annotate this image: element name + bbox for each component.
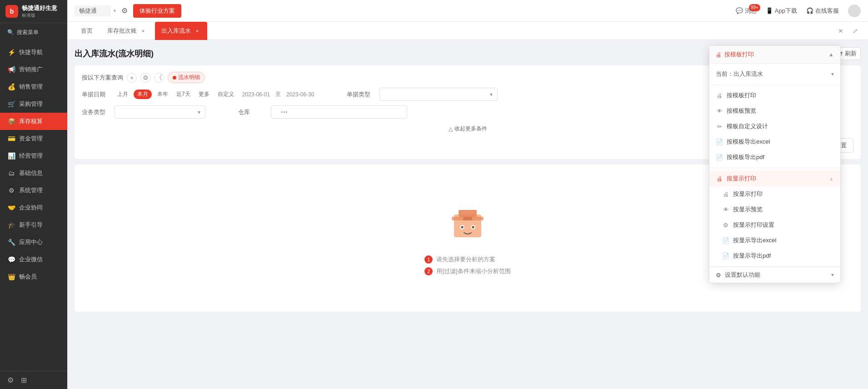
close-inventory-batch-tab[interactable]: × — [140, 27, 147, 35]
tab-home[interactable]: 首页 — [75, 22, 99, 40]
message-icon: 💬 — [736, 7, 743, 14]
warehouse-dropdown[interactable] — [271, 105, 407, 119]
dropdown-display-pdf[interactable]: 📄 按显示导出pdf — [709, 248, 840, 264]
tab-stock-flow[interactable]: 出入库流水 × — [155, 22, 207, 40]
shortcut-7-days[interactable]: 近7天 — [174, 90, 193, 99]
dropdown-display-excel[interactable]: 📄 按显示导出excel — [709, 233, 840, 248]
dropdown-display-print[interactable]: 🖨 按显示打印 — [709, 186, 840, 202]
dropdown-template-excel[interactable]: 📄 按模板导出excel — [709, 134, 840, 150]
shortcut-this-month[interactable]: 本月 — [134, 90, 152, 99]
sidebar-item-wechat[interactable]: 💬 企业微信 — [0, 251, 67, 268]
doc-type-dropdown[interactable]: ▾ — [379, 88, 498, 101]
message-badge: 99+ — [749, 4, 760, 11]
sidebar-item-marketing[interactable]: 📢 营销推广 — [0, 61, 67, 78]
date-from: 2023-06-01 — [242, 91, 270, 98]
brand-dropdown-icon[interactable]: ▾ — [114, 8, 116, 13]
expand-window-btn[interactable]: ⤢ — [850, 25, 861, 36]
sidebar-item-enterprise[interactable]: 🤝 企业协同 — [0, 199, 67, 216]
collapse-sidebar-icon[interactable]: ⊞ — [21, 376, 27, 384]
topbar-gear-icon[interactable]: ⚙ — [121, 6, 128, 15]
dropdown-template-pdf[interactable]: 📄 按模板导出pdf — [709, 150, 840, 165]
template-excel-icon: 📄 — [716, 138, 723, 145]
template-custom-icon: ✏ — [716, 123, 723, 130]
set-default-icon: ⚙ — [716, 272, 721, 279]
svg-rect-3 — [463, 217, 472, 220]
dropdown-template-print[interactable]: 🖨 按模板打印 — [709, 88, 840, 103]
app-download-btn[interactable]: 📱 App下载 — [766, 7, 797, 15]
display-section-chevron-icon: ▲ — [829, 176, 834, 181]
dropdown-template-custom[interactable]: ✏ 模板自定义设计 — [709, 119, 840, 134]
dropdown-display-section: 🖨 按显示打印 ▲ 🖨 按显示打印 👁 按显示预览 ⚙ 按显示打印设置 📄 按显… — [709, 168, 840, 267]
current-chevron-icon: ▾ — [831, 71, 834, 77]
dropdown-current-item[interactable]: 当前：出入库流水 ▾ — [709, 66, 840, 82]
online-service-btn[interactable]: 🎧 在线客服 — [806, 7, 839, 15]
settings-icon[interactable]: ⚙ — [7, 376, 14, 384]
sidebar-item-finance[interactable]: 💳 资金管理 — [0, 130, 67, 147]
date-separator: 至 — [275, 90, 281, 98]
sidebar-item-inventory[interactable]: 📦 库存核算 — [0, 113, 67, 130]
collapse-filter-btn[interactable]: △ 收起更多条件 — [443, 123, 493, 135]
filter-collapse-btn[interactable]: 《 — [154, 73, 164, 83]
empty-tips: 1 请先选择要分析的方案 2 用[过滤]条件来缩小分析范围 — [424, 255, 510, 275]
sidebar-item-purchase[interactable]: 🛒 采购管理 — [0, 95, 67, 113]
biz-type-dropdown[interactable]: ▾ — [115, 105, 205, 119]
home-tab-label: 首页 — [81, 27, 93, 35]
close-stock-flow-tab[interactable]: × — [194, 27, 201, 35]
dropdown-display-settings[interactable]: ⚙ 按显示打印设置 — [709, 217, 840, 233]
topbar-right: 💬 消息 99+ 📱 App下载 🎧 在线客服 — [736, 5, 861, 17]
sidebar-item-member[interactable]: 👑 畅会员 — [0, 268, 67, 285]
close-window-btn[interactable]: ✕ — [835, 25, 846, 36]
display-pdf-icon: 📄 — [722, 252, 729, 259]
dropdown-header-chevron[interactable]: ▲ — [828, 51, 834, 58]
avatar[interactable] — [848, 5, 861, 17]
sidebar-item-operations[interactable]: 📊 经营管理 — [0, 147, 67, 165]
search-menu-button[interactable]: 🔍 搜索菜单 — [5, 27, 63, 38]
app-download-icon: 📱 — [766, 7, 773, 14]
sidebar-item-basic-info[interactable]: 🗂 基础信息 — [0, 165, 67, 182]
logo-icon: b — [5, 5, 18, 18]
dropdown-display-section-header[interactable]: 🖨 按显示打印 ▲ — [709, 171, 840, 186]
warehouse-label: 仓库 — [238, 108, 265, 116]
svg-point-6 — [461, 226, 464, 229]
dropdown-template-preview[interactable]: 👁 按模板预览 — [709, 103, 840, 119]
add-icon: + — [130, 74, 134, 81]
tip-num-1: 1 — [424, 255, 433, 264]
date-to: 2023-06-30 — [286, 91, 314, 98]
template-print-icon: 🖨 — [716, 92, 723, 99]
dropdown-panel: 🖨 按模板打印 ▲ 当前：出入库流水 ▾ 🖨 按模板打印 👁 按模板预览 ✏ 模… — [709, 45, 841, 283]
inventory-batch-tab-label: 库存批次账 — [107, 27, 137, 35]
dropdown-panel-header: 🖨 按模板打印 ▲ — [709, 46, 840, 64]
inventory-icon: 📦 — [7, 117, 15, 125]
topbar-brand: 畅捷通 ▾ — [75, 5, 116, 16]
dropdown-footer[interactable]: ⚙ 设置默认功能 ▾ — [709, 267, 840, 283]
svg-rect-1 — [459, 210, 477, 217]
dropdown-display-preview[interactable]: 👁 按显示预览 — [709, 202, 840, 217]
shortcut-this-year[interactable]: 本年 — [155, 90, 171, 99]
chevron-up-icon: △ — [449, 126, 453, 132]
shortcut-more[interactable]: 更多 — [196, 90, 212, 99]
display-print-icon: 🖨 — [722, 190, 729, 198]
tab-inventory-batch[interactable]: 库存批次账 × — [101, 22, 153, 40]
sidebar-search[interactable]: 🔍 搜索菜单 — [0, 23, 67, 42]
enterprise-icon: 🤝 — [7, 204, 15, 212]
headset-icon: 🎧 — [806, 7, 813, 14]
trial-btn[interactable]: 体验行业方案 — [133, 4, 181, 18]
filter-set-btn[interactable]: ⚙ — [140, 73, 150, 83]
operations-icon: 📊 — [7, 152, 15, 160]
sidebar-item-app-center[interactable]: 🔧 应用中心 — [0, 234, 67, 251]
empty-tip-1: 1 请先选择要分析的方案 — [424, 255, 510, 264]
shortcut-last-month[interactable]: 上月 — [115, 90, 131, 99]
empty-state-illustration — [445, 201, 490, 246]
filter-add-btn[interactable]: + — [127, 73, 137, 83]
shortcut-custom[interactable]: 自定义 — [215, 90, 237, 99]
sidebar-item-system[interactable]: ⚙ 系统管理 — [0, 182, 67, 199]
display-section-icon: 🖨 — [716, 175, 723, 182]
sidebar-item-quick-nav[interactable]: ⚡ 快捷导航 — [0, 44, 67, 61]
sidebar-item-sales[interactable]: 💰 销售管理 — [0, 78, 67, 95]
display-excel-icon: 📄 — [722, 237, 729, 244]
message-btn[interactable]: 💬 消息 99+ — [736, 7, 757, 15]
warehouse-more-icon[interactable] — [281, 111, 287, 113]
display-settings-icon: ⚙ — [722, 221, 729, 229]
finance-icon: 💳 — [7, 135, 15, 143]
sidebar-item-guide[interactable]: 🎓 新手引导 — [0, 216, 67, 234]
